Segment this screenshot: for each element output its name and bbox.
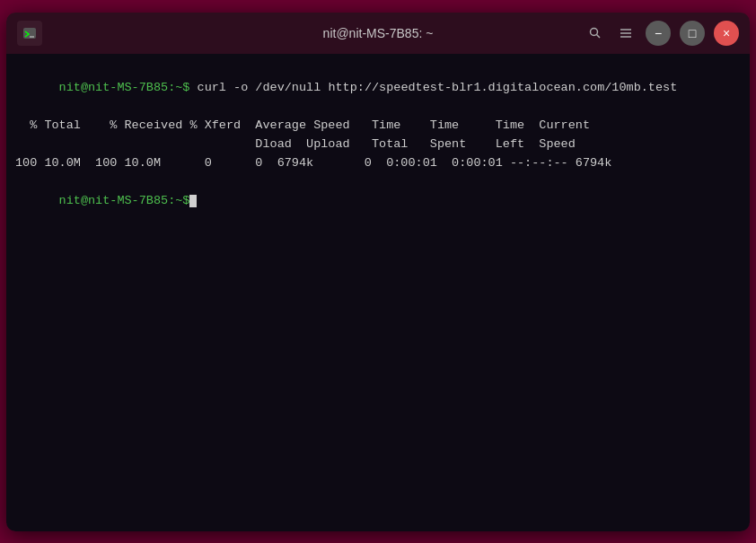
search-button[interactable] — [585, 26, 606, 40]
menu-button[interactable] — [615, 26, 637, 40]
app-icon — [17, 21, 42, 46]
svg-point-2 — [591, 28, 598, 35]
prompt-path: :~$ — [168, 81, 189, 94]
titlebar-left — [17, 21, 42, 46]
prompt-sep-2: :~$ — [168, 194, 189, 207]
prompt-user-2: nit@nit-MS-7B85 — [59, 194, 169, 207]
terminal-body[interactable]: nit@nit-MS-7B85:~$ curl -o /dev/null htt… — [6, 54, 750, 531]
prompt-user: nit@nit-MS-7B85 — [59, 81, 169, 94]
titlebar: nit@nit-MS-7B85: ~ − □ — [6, 13, 750, 54]
titlebar-controls: − □ × — [585, 21, 739, 46]
terminal-window: nit@nit-MS-7B85: ~ − □ — [6, 13, 750, 531]
curl-data-row: 100 10.0M 100 10.0M 0 0 6794k 0 0:00:01 … — [15, 154, 741, 173]
curl-header-1: % Total % Received % Xferd Average Speed… — [15, 117, 741, 136]
prompt-line: nit@nit-MS-7B85:~$ — [15, 173, 741, 230]
curl-header-2: Dload Upload Total Spent Left Speed — [15, 136, 741, 154]
minimize-button[interactable]: − — [646, 21, 671, 46]
svg-line-3 — [597, 34, 601, 38]
command-line: nit@nit-MS-7B85:~$ curl -o /dev/null htt… — [15, 61, 741, 118]
cursor — [189, 195, 197, 207]
close-button[interactable]: × — [714, 21, 739, 46]
command-text: curl -o /dev/null http://speedtest-blr1.… — [189, 81, 677, 94]
maximize-button[interactable]: □ — [680, 21, 705, 46]
window-title: nit@nit-MS-7B85: ~ — [323, 26, 434, 40]
